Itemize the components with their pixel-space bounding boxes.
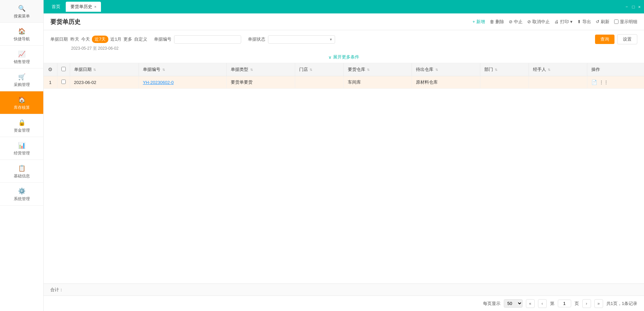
col-store: 门店 ⇅	[295, 63, 343, 76]
display-detail-toggle[interactable]: 显示明细	[614, 19, 637, 25]
row-req-warehouse: 车间库	[343, 76, 412, 89]
shortcut-yesterday[interactable]: 昨天	[70, 36, 79, 42]
shortcut-7days[interactable]: 近7天	[92, 36, 108, 43]
row-date-value: 2023-06-02	[74, 80, 97, 85]
col-date-label: 单据日期	[74, 67, 92, 72]
sidebar-item-sales[interactable]: 📈 销售管理	[0, 46, 43, 69]
purchase-icon: 🛒	[18, 73, 25, 81]
sidebar-item-search-menu[interactable]: 🔍 搜索菜单	[0, 0, 43, 23]
sort-department-icon[interactable]: ⇅	[495, 68, 497, 72]
bill-status-select[interactable]	[268, 35, 335, 44]
per-page-select[interactable]: 50 10 20 100	[504, 299, 523, 308]
system-icon: ⚙️	[18, 187, 25, 195]
display-detail-label: 显示明细	[620, 19, 637, 25]
stop-button[interactable]: ⊘ 中止	[509, 19, 523, 25]
export-button[interactable]: ⬆ 导出	[577, 19, 591, 25]
sort-bill-type-icon[interactable]: ⇅	[250, 68, 253, 72]
print-button[interactable]: 🖨 打印 ▾	[554, 19, 573, 25]
row-department	[480, 76, 529, 89]
sales-icon: 📈	[18, 50, 25, 58]
topbar-actions: － □ ×	[625, 4, 641, 10]
row-checkbox[interactable]	[61, 80, 66, 84]
page-prev-button[interactable]: ‹	[538, 299, 547, 308]
col-handler-label: 经手人	[533, 67, 546, 72]
date-filter-label: 单据日期	[50, 36, 68, 42]
sort-store-icon[interactable]: ⇅	[310, 68, 312, 72]
sort-handler-icon[interactable]: ⇅	[548, 68, 550, 72]
row-pending-warehouse: 原材料仓库	[412, 76, 480, 89]
settings-button[interactable]: 设置	[617, 34, 637, 44]
cancel-stop-button[interactable]: ⊘ 取消中止	[527, 19, 550, 25]
refresh-button-label: 刷新	[601, 19, 609, 25]
display-detail-checkbox[interactable]	[614, 19, 619, 24]
col-pending-warehouse-label: 待出仓库	[416, 67, 433, 72]
delete-button[interactable]: 🗑 删除	[490, 19, 504, 25]
summary-bar: 合计：	[44, 283, 644, 296]
refresh-icon: ↺	[596, 19, 599, 24]
shortcut-custom[interactable]: 自定义	[134, 36, 147, 42]
bill-status-label: 单据状态	[248, 36, 265, 42]
table-header-row: ⚙ 单据日期 ⇅ 单据编号 ⇅	[44, 63, 644, 76]
sidebar-item-operations[interactable]: 📊 经营管理	[0, 137, 43, 160]
sidebar-item-purchase[interactable]: 🛒 采购管理	[0, 69, 43, 91]
col-bill-type-label: 单据类型	[231, 67, 248, 72]
page-header: 要货单历史 + 新增 🗑 删除 ⊘ 中止 ⊘ 取消中止 🖨	[44, 13, 644, 30]
page-label: 第	[550, 301, 554, 307]
sort-req-warehouse-icon[interactable]: ⇅	[367, 68, 370, 72]
tab-active[interactable]: 要货单历史 ×	[66, 2, 101, 12]
query-button[interactable]: 查询	[595, 35, 614, 44]
expand-more-button[interactable]: ∨ 展开更多条件	[50, 54, 637, 60]
new-button[interactable]: + 新增	[473, 19, 485, 25]
shortcut-more[interactable]: 更多	[123, 36, 132, 42]
bill-no-input[interactable]	[174, 35, 241, 44]
basic-info-icon: 📋	[18, 165, 25, 172]
row-store	[295, 76, 343, 89]
filter-group-bill-no: 单据编号	[154, 35, 241, 44]
col-pending-warehouse: 待出仓库 ⇅	[412, 63, 480, 76]
sidebar-item-quick-nav[interactable]: 🏠 快捷导航	[0, 23, 43, 46]
pagination-bar: 每页显示 50 10 20 100 « ‹ 第 页 › » 共1页，1条记录	[44, 296, 644, 311]
expand-more-label: 展开更多条件	[333, 54, 359, 60]
refresh-button[interactable]: ↺ 刷新	[596, 19, 609, 25]
window-minimize[interactable]: －	[625, 4, 629, 10]
page-suffix: 页	[575, 301, 579, 307]
sidebar-item-label: 搜索菜单	[14, 13, 30, 19]
row-action-edit-icon[interactable]: 📄	[591, 80, 597, 85]
table-settings-icon[interactable]: ⚙	[48, 66, 52, 72]
finance-icon: 🔒	[18, 119, 25, 126]
shortcut-today[interactable]: 今天	[81, 36, 90, 42]
row-checkbox-cell	[57, 76, 70, 89]
print-icon: 🖨	[554, 19, 559, 24]
row-action-more-icon[interactable]: ⋮⋮	[599, 80, 608, 85]
sidebar-item-inventory[interactable]: 🏠 库存核算	[0, 91, 43, 114]
bill-no-label: 单据编号	[154, 36, 171, 42]
sidebar-item-finance[interactable]: 🔒 资金管理	[0, 114, 43, 137]
sidebar-item-basic-info[interactable]: 📋 基础信息	[0, 160, 43, 183]
window-maximize[interactable]: □	[632, 4, 635, 9]
table-row: 1 2023-06-02 YH-20230602-0 要货单要货	[44, 76, 644, 89]
sidebar-item-system[interactable]: ⚙️ 系统管理	[0, 183, 43, 206]
tab-active-label: 要货单历史	[70, 4, 92, 10]
row-pending-warehouse-value: 原材料仓库	[416, 80, 438, 85]
page-last-button[interactable]: »	[594, 299, 603, 308]
col-department: 部门 ⇅	[480, 63, 529, 76]
select-all-checkbox[interactable]	[61, 67, 66, 71]
new-button-label: + 新增	[473, 19, 485, 25]
page-first-button[interactable]: «	[526, 299, 535, 308]
cancel-stop-button-label: 取消中止	[532, 19, 550, 25]
window-close[interactable]: ×	[638, 4, 641, 9]
close-tab-icon[interactable]: ×	[94, 5, 96, 9]
sort-bill-no-icon[interactable]: ⇅	[162, 68, 165, 72]
row-bill-no-link[interactable]: YH-20230602-0	[143, 80, 174, 85]
tab-home[interactable]: 首页	[47, 2, 65, 12]
total-info: 共1页，1条记录	[606, 301, 637, 307]
page-number-input[interactable]	[558, 300, 571, 307]
shortcut-1month[interactable]: 近1月	[110, 36, 121, 42]
main-area: 首页 要货单历史 × － □ × 要货单历史 + 新增 🗑 删除	[44, 0, 644, 311]
sort-pending-warehouse-icon[interactable]: ⇅	[435, 68, 438, 72]
page-next-button[interactable]: ›	[582, 299, 591, 308]
filter-group-date: 单据日期 昨天 今天 近7天 近1月 更多 自定义	[50, 36, 147, 43]
data-table: ⚙ 单据日期 ⇅ 单据编号 ⇅	[44, 63, 644, 89]
sidebar-item-label: 基础信息	[14, 173, 30, 179]
sort-date-icon[interactable]: ⇅	[93, 68, 96, 72]
